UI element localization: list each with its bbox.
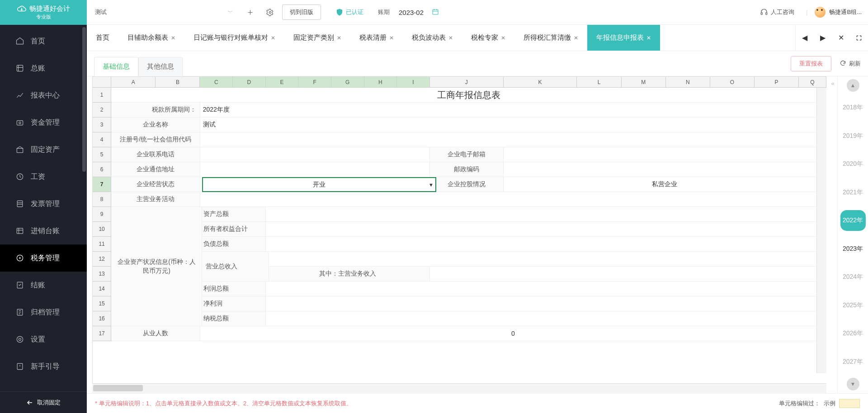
col-header-H[interactable]: H bbox=[364, 77, 397, 87]
cell[interactable]: 主营业务活动 bbox=[111, 192, 200, 207]
tab-7[interactable]: 年报信息申报表✕ bbox=[587, 25, 660, 51]
cell[interactable]: 所有者权益合计 bbox=[200, 222, 265, 237]
row-header-13[interactable]: 13 bbox=[93, 267, 111, 282]
add-button[interactable] bbox=[242, 5, 258, 20]
consult-button[interactable]: 人工咨询 bbox=[760, 8, 794, 16]
row-header-15[interactable]: 15 bbox=[93, 296, 111, 311]
sidebar-item-11[interactable]: 设置 bbox=[0, 326, 87, 353]
tab-close-button[interactable]: ✕ bbox=[832, 25, 850, 51]
sidebar-item-9[interactable]: 结账 bbox=[0, 272, 87, 299]
year-rail-collapse[interactable]: « bbox=[828, 76, 837, 393]
cell[interactable]: 其中：主营业务收入 bbox=[266, 267, 430, 282]
sidebar-item-5[interactable]: 工资 bbox=[0, 163, 87, 190]
select-all-cell[interactable] bbox=[93, 77, 111, 87]
col-header-K[interactable]: K bbox=[504, 77, 577, 87]
cell[interactable]: 企业联系电话 bbox=[111, 147, 200, 162]
cell[interactable] bbox=[504, 162, 826, 177]
year-2020年[interactable]: 2020年 bbox=[840, 154, 866, 174]
row-header-16[interactable]: 16 bbox=[93, 311, 111, 326]
tab-prev-button[interactable]: ◀ bbox=[796, 25, 814, 51]
cell[interactable] bbox=[200, 162, 430, 177]
user-menu[interactable]: 畅捷通B组... bbox=[815, 7, 862, 18]
calendar-icon[interactable] bbox=[432, 8, 439, 17]
cell[interactable] bbox=[200, 177, 430, 192]
cell[interactable] bbox=[266, 252, 826, 267]
row-header-4[interactable]: 4 bbox=[93, 132, 111, 147]
cell[interactable]: 企业通信地址 bbox=[111, 162, 200, 177]
sidebar-item-12[interactable]: 新手引导 bbox=[0, 353, 87, 380]
close-icon[interactable]: ✕ bbox=[501, 35, 505, 41]
cell[interactable]: 企业电子邮箱 bbox=[430, 147, 504, 162]
spreadsheet[interactable]: ABCDEFGHIJKLMNOPQ1工商年报信息表2税款所属期间：2022年度3… bbox=[87, 76, 828, 393]
cell[interactable] bbox=[200, 147, 430, 162]
cell[interactable]: 企业名称 bbox=[111, 117, 200, 132]
col-header-D[interactable]: D bbox=[233, 77, 266, 87]
col-header-N[interactable]: N bbox=[666, 77, 710, 87]
year-2025年[interactable]: 2025年 bbox=[840, 295, 866, 316]
row-header-7[interactable]: 7 bbox=[93, 177, 111, 192]
tab-next-button[interactable]: ▶ bbox=[814, 25, 832, 51]
sidebar-item-0[interactable]: 首页 bbox=[0, 28, 87, 55]
col-header-G[interactable]: G bbox=[331, 77, 364, 87]
year-2023年[interactable]: 2023年 bbox=[840, 239, 866, 259]
cell[interactable]: 2022年度 bbox=[200, 103, 826, 117]
cell[interactable] bbox=[430, 267, 826, 282]
year-next-button[interactable]: ▼ bbox=[847, 378, 859, 390]
col-header-L[interactable]: L bbox=[577, 77, 621, 87]
cell[interactable]: 测试 bbox=[200, 117, 826, 132]
sidebar-item-1[interactable]: 总账 bbox=[0, 55, 87, 82]
row-header-11[interactable]: 11 bbox=[93, 237, 111, 252]
cell[interactable] bbox=[266, 296, 826, 311]
cell[interactable] bbox=[266, 282, 826, 296]
year-2019年[interactable]: 2019年 bbox=[840, 126, 866, 146]
col-header-B[interactable]: B bbox=[156, 77, 200, 87]
cell[interactable] bbox=[200, 132, 826, 147]
row-header-2[interactable]: 2 bbox=[93, 103, 111, 117]
col-header-O[interactable]: O bbox=[710, 77, 755, 87]
reset-button[interactable]: 重置报表 bbox=[791, 56, 831, 71]
year-2024年[interactable]: 2024年 bbox=[840, 267, 866, 287]
year-2026年[interactable]: 2026年 bbox=[840, 323, 866, 344]
cell[interactable] bbox=[266, 311, 826, 326]
subtab-other[interactable]: 其他信息 bbox=[138, 57, 183, 77]
tab-1[interactable]: 日记账与银行对账单核对✕ bbox=[184, 25, 284, 51]
tab-home[interactable]: 首页 bbox=[87, 25, 118, 51]
row-header-5[interactable]: 5 bbox=[93, 147, 111, 162]
year-2022年[interactable]: 2022年 bbox=[840, 210, 866, 231]
row-header-14[interactable]: 14 bbox=[93, 282, 111, 296]
refresh-button[interactable]: 刷新 bbox=[840, 60, 861, 68]
close-icon[interactable]: ✕ bbox=[171, 35, 175, 41]
col-header-I[interactable]: I bbox=[397, 77, 430, 87]
sidebar-item-3[interactable]: 资金管理 bbox=[0, 109, 87, 136]
cell[interactable]: 注册号/统一社会信用代码 bbox=[111, 132, 200, 147]
col-header-P[interactable]: P bbox=[755, 77, 799, 87]
tab-0[interactable]: 目辅助余额表✕ bbox=[118, 25, 184, 51]
cell[interactable]: 利润总额 bbox=[200, 282, 265, 296]
cell[interactable]: 从业人数 bbox=[111, 326, 200, 341]
year-prev-button[interactable]: ▲ bbox=[847, 79, 859, 92]
col-header-E[interactable]: E bbox=[266, 77, 299, 87]
sidebar-item-6[interactable]: 发票管理 bbox=[0, 190, 87, 217]
sidebar-item-7[interactable]: 进销台账 bbox=[0, 217, 87, 244]
tab-6[interactable]: 所得税汇算清缴✕ bbox=[514, 25, 587, 51]
cell[interactable]: 税款所属期间： bbox=[111, 103, 200, 117]
vertical-scrollbar[interactable] bbox=[816, 88, 826, 373]
year-2021年[interactable]: 2021年 bbox=[840, 182, 866, 203]
row-header-12[interactable]: 12 bbox=[93, 252, 111, 267]
old-version-button[interactable]: 切到旧版 bbox=[282, 5, 321, 20]
tab-5[interactable]: 税检专家✕ bbox=[462, 25, 514, 51]
cell[interactable]: 私营企业 bbox=[504, 177, 826, 192]
subtab-basic[interactable]: 基础信息 bbox=[94, 57, 138, 77]
cell[interactable]: 净利润 bbox=[200, 296, 265, 311]
cell[interactable] bbox=[266, 237, 826, 252]
company-selector[interactable]: 测试 ﹀ bbox=[93, 4, 238, 20]
cell[interactable] bbox=[266, 222, 826, 237]
col-header-J[interactable]: J bbox=[430, 77, 504, 87]
row-header-9[interactable]: 9 bbox=[93, 207, 111, 222]
tab-3[interactable]: 税表清册✕ bbox=[350, 25, 403, 51]
horizontal-scrollbar[interactable] bbox=[92, 383, 826, 393]
sidebar-pin-button[interactable]: 取消固定 bbox=[0, 391, 87, 413]
cell[interactable]: 负债总额 bbox=[200, 237, 265, 252]
settings-button[interactable] bbox=[262, 5, 278, 20]
sidebar-item-8[interactable]: 税务管理 bbox=[0, 244, 87, 272]
